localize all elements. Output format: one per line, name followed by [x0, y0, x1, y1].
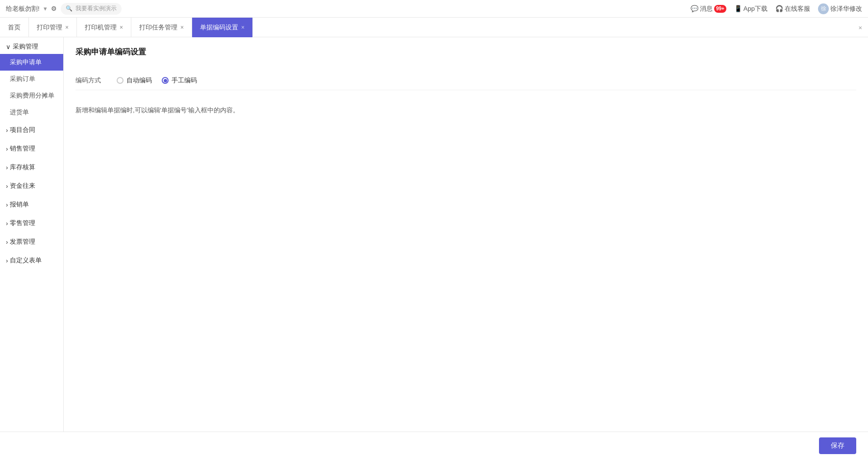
encoding-section: 编码方式 自动编码 手工编码: [64, 63, 868, 98]
online-service-button[interactable]: 🎧 在线客服: [775, 4, 810, 13]
tab-print-task[interactable]: 打印任务管理 ×: [131, 18, 192, 37]
hint-text: 新增和编辑单据编时,可以编辑'单据编号'输入框中的内容。: [64, 98, 868, 123]
sidebar-group-invoice[interactable]: › 发票管理: [0, 232, 63, 251]
search-bar[interactable]: 🔍 我要看实例演示: [61, 3, 122, 15]
sidebar-group-finance[interactable]: › 资金往来: [0, 177, 63, 195]
radio-auto-code-circle[interactable]: [117, 77, 124, 84]
sidebar-item-purchase-expense-label: 采购费用分摊单: [10, 92, 54, 99]
sidebar-group-invoice-arrow: ›: [6, 238, 8, 246]
sidebar-item-purchase-request-label: 采购申请单: [10, 58, 42, 66]
tab-print-task-close[interactable]: ×: [180, 24, 184, 31]
tab-print-management-label: 打印管理: [37, 23, 62, 32]
sidebar-item-goods-receipt[interactable]: 进货单: [0, 104, 63, 121]
radio-manual-code-label: 手工编码: [172, 76, 197, 85]
chat-icon: 💬: [691, 5, 698, 12]
sidebar: ∨ 采购管理 采购申请单 采购订单 采购费用分摊单 进货单 › 项目合同 › 销…: [0, 37, 64, 459]
top-bar: 给老板勿割! ▾ ⚙ 🔍 我要看实例演示 💬 消息 99+ 📱 App下载 🎧 …: [0, 0, 868, 18]
tab-printer-management-label: 打印机管理: [85, 23, 117, 32]
sidebar-group-inventory-arrow: ›: [6, 164, 8, 171]
radio-auto-code-label: 自动编码: [126, 76, 152, 85]
page-title: 采购申请单编码设置: [75, 47, 856, 57]
sidebar-group-sales-arrow: ›: [6, 145, 8, 153]
sidebar-group-project-label: 项目合同: [10, 126, 35, 134]
top-bar-left: 给老板勿割! ▾ ⚙ 🔍 我要看实例演示: [6, 3, 122, 15]
logo-text: 给老板勿割!: [6, 4, 40, 13]
user-menu[interactable]: 徐 徐泽华修改: [818, 3, 862, 14]
tab-print-management[interactable]: 打印管理 ×: [29, 18, 77, 37]
sidebar-group-invoice-label: 发票管理: [10, 237, 35, 246]
sidebar-group-purchase[interactable]: ∨ 采购管理: [0, 37, 63, 54]
sidebar-group-retail-label: 零售管理: [10, 219, 35, 228]
sidebar-group-expense-report[interactable]: › 报销单: [0, 195, 63, 214]
radio-manual-code-circle[interactable]: [162, 77, 169, 84]
sidebar-item-purchase-order[interactable]: 采购订单: [0, 71, 63, 87]
top-bar-right: 💬 消息 99+ 📱 App下载 🎧 在线客服 徐 徐泽华修改: [691, 3, 862, 14]
dropdown-icon[interactable]: ▾: [44, 5, 47, 12]
sidebar-group-project[interactable]: › 项目合同: [0, 121, 63, 139]
content-header: 采购申请单编码设置: [64, 37, 868, 63]
sidebar-group-retail-arrow: ›: [6, 220, 8, 227]
tab-print-task-label: 打印任务管理: [139, 23, 177, 32]
headset-icon: 🎧: [775, 5, 783, 12]
sidebar-group-purchase-label: 采购管理: [13, 42, 38, 51]
tab-bar: 首页 打印管理 × 打印机管理 × 打印任务管理 × 单据编码设置 × ×: [0, 18, 868, 37]
bottom-bar: 保存: [0, 432, 868, 459]
tab-bar-close-all[interactable]: ×: [852, 18, 868, 37]
sidebar-group-finance-arrow: ›: [6, 182, 8, 190]
main-layout: ∨ 采购管理 采购申请单 采购订单 采购费用分摊单 进货单 › 项目合同 › 销…: [0, 37, 868, 459]
sidebar-item-purchase-order-label: 采购订单: [10, 75, 35, 82]
sidebar-group-inventory-label: 库存核算: [10, 163, 35, 172]
sidebar-group-custom-form-label: 自定义表单: [10, 256, 42, 265]
encoding-label: 编码方式: [75, 76, 105, 85]
sidebar-item-purchase-request[interactable]: 采购申请单: [0, 54, 63, 71]
tab-encoding-settings-close[interactable]: ×: [241, 24, 245, 31]
search-icon: 🔍: [66, 5, 73, 12]
user-name: 徐泽华修改: [830, 4, 862, 13]
encoding-row: 编码方式 自动编码 手工编码: [75, 71, 856, 90]
online-service-label: 在线客服: [785, 4, 810, 13]
sidebar-group-retail[interactable]: › 零售管理: [0, 214, 63, 232]
sidebar-group-finance-label: 资金往来: [10, 181, 35, 190]
tab-home-label: 首页: [8, 23, 21, 32]
sidebar-group-sales[interactable]: › 销售管理: [0, 139, 63, 158]
sidebar-section-purchase: ∨ 采购管理 采购申请单 采购订单 采购费用分摊单 进货单: [0, 37, 63, 121]
app-icon: 📱: [734, 5, 742, 12]
sidebar-group-project-arrow: ›: [6, 127, 8, 134]
tab-printer-management[interactable]: 打印机管理 ×: [77, 18, 131, 37]
sidebar-group-expense-report-label: 报销单: [10, 200, 29, 209]
notification-label: 消息: [700, 4, 713, 13]
radio-auto-code[interactable]: 自动编码: [117, 76, 152, 85]
radio-manual-code[interactable]: 手工编码: [162, 76, 197, 85]
content-area: 采购申请单编码设置 编码方式 自动编码 手工编码 新增和编辑单据编时,可以编辑'…: [64, 37, 868, 459]
tab-encoding-settings-label: 单据编码设置: [200, 23, 238, 32]
sidebar-group-purchase-arrow: ∨: [6, 43, 11, 51]
radio-group: 自动编码 手工编码: [117, 76, 197, 85]
sidebar-group-sales-label: 销售管理: [10, 144, 35, 153]
sidebar-item-purchase-expense[interactable]: 采购费用分摊单: [0, 87, 63, 104]
app-download-label: App下载: [744, 4, 768, 13]
save-button[interactable]: 保存: [819, 437, 856, 454]
tab-printer-management-close[interactable]: ×: [120, 24, 123, 31]
sidebar-item-goods-receipt-label: 进货单: [10, 108, 29, 116]
notification-badge: 99+: [714, 5, 726, 13]
sidebar-group-custom-form[interactable]: › 自定义表单: [0, 251, 63, 270]
settings-icon[interactable]: ⚙: [51, 5, 57, 12]
avatar: 徐: [818, 3, 829, 14]
notification-button[interactable]: 💬 消息 99+: [691, 4, 726, 13]
sidebar-group-inventory[interactable]: › 库存核算: [0, 158, 63, 177]
search-placeholder: 我要看实例演示: [75, 4, 117, 13]
tab-encoding-settings[interactable]: 单据编码设置 ×: [192, 18, 253, 37]
sidebar-group-expense-report-arrow: ›: [6, 201, 8, 208]
sidebar-group-custom-form-arrow: ›: [6, 257, 8, 264]
app-download-button[interactable]: 📱 App下载: [734, 4, 768, 13]
tab-home[interactable]: 首页: [0, 18, 29, 37]
tab-print-management-close[interactable]: ×: [65, 24, 69, 31]
